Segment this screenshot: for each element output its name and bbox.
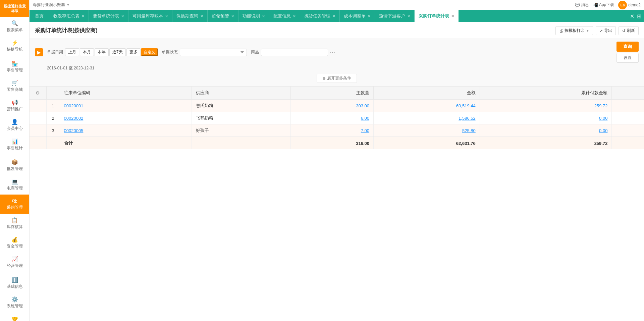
tab-home[interactable]: 首页: [30, 10, 49, 22]
filter-date-item: 单据日期 上月 本月 本年 近7天 更多 自定义: [47, 48, 158, 56]
export-icon: ↗: [599, 29, 603, 33]
tab-close-icon[interactable]: ✕: [82, 14, 85, 18]
row-code-link[interactable]: 00020005: [64, 128, 84, 133]
tab-close-icon[interactable]: ✕: [121, 14, 124, 18]
row-amount-link[interactable]: 525.80: [462, 128, 476, 133]
row-quantity-link[interactable]: 303.00: [356, 103, 369, 108]
tab-close-icon[interactable]: ✕: [231, 14, 234, 18]
sidebar-item-inventory[interactable]: 📋 库存核算: [0, 214, 29, 233]
tab-gongneng[interactable]: 功能说明 ✕: [238, 10, 269, 22]
col-settings: ⚙: [30, 87, 46, 100]
refresh-button[interactable]: ↺ 刷新: [619, 26, 639, 35]
marketing-icon: 📢: [11, 99, 18, 106]
row-code-cell: 00020002: [60, 112, 192, 124]
sidebar-item-operations[interactable]: 📈 经营管理: [0, 253, 29, 272]
sidebar-item-member[interactable]: 👤 会员中心: [0, 115, 29, 135]
date-btn-last-month[interactable]: 上月: [65, 48, 79, 56]
sidebar-item-marketing[interactable]: 📢 营销推广: [0, 96, 29, 115]
app-download-button[interactable]: 📲 App下载: [593, 2, 614, 8]
footer-paid: 259.72: [594, 141, 608, 146]
sidebar-item-retailshop[interactable]: 🛒 零售商城: [0, 76, 29, 96]
date-btn-more[interactable]: 更多: [126, 48, 141, 56]
goods-more-icon[interactable]: ···: [330, 49, 335, 55]
row-quantity-link[interactable]: 7.00: [361, 128, 369, 133]
row-supplier-cell: 惠氏奶粉: [192, 100, 290, 112]
tab-yaohuo[interactable]: 要货单统计表 ✕: [89, 10, 128, 22]
tab-close-icon[interactable]: ✕: [293, 14, 296, 18]
sidebar-item-basicinfo[interactable]: ℹ️ 基础信息: [0, 273, 29, 293]
sidebar-item-quicknav[interactable]: ⚡ 快捷导航: [0, 36, 29, 56]
sidebar-item-label: 资金管理: [7, 244, 23, 249]
search-icon: 🔍: [11, 20, 18, 26]
row-settings-cell: [30, 100, 46, 112]
export-button[interactable]: ↗ 导出: [596, 26, 616, 35]
table-body: 1 00020001 惠氏奶粉 303.00 60,519.44 259.72 …: [30, 100, 644, 137]
sidebar-item-search[interactable]: 🔍 搜索菜单: [0, 17, 29, 36]
sidebar-item-retail[interactable]: 🏪 零售管理: [0, 57, 29, 76]
status-select-wrapper: [180, 49, 247, 56]
tab-close-icon[interactable]: ✕: [200, 14, 203, 18]
date-custom-btn[interactable]: 自定义: [141, 48, 158, 56]
message-button[interactable]: 💬 消息: [575, 2, 589, 8]
col-settings-icon[interactable]: ⚙: [36, 90, 40, 96]
filter-row-1: ▶ 单据日期 上月 本月 本年 近7天 更多 自定义 单据状态: [35, 42, 639, 63]
data-table: ⚙ 往来单位编码 供应商 主数量 金额: [30, 87, 644, 149]
expand-filter-button[interactable]: ⊕ 展开更多条件: [317, 74, 357, 83]
tab-baozhi[interactable]: 保质期查询 ✕: [172, 10, 208, 22]
tab-close-icon[interactable]: ✕: [368, 14, 371, 18]
tab-close-icon[interactable]: ✕: [451, 14, 454, 18]
sidebar-item-retailstat[interactable]: 📊 零售统计: [0, 135, 29, 154]
query-button[interactable]: 查询: [616, 42, 639, 52]
tab-close-all-icon[interactable]: ✕: [630, 13, 634, 19]
tab-keyong[interactable]: 可用量库存账本 ✕: [128, 10, 172, 22]
workspace-selector[interactable]: 母婴行业演示账套 ▼: [33, 2, 572, 8]
row-extra-cell: [612, 100, 644, 112]
row-paid-link[interactable]: 0.00: [599, 116, 607, 121]
row-amount-link[interactable]: 60,519.44: [456, 103, 476, 108]
date-btn-7days[interactable]: 近7天: [109, 48, 126, 56]
tabbar: 首页 收发存汇总表 ✕ 要货单统计表 ✕ 可用量库存账本 ✕ 保质期查询 ✕ 超…: [30, 10, 644, 22]
filter-toggle-button[interactable]: ▶: [35, 48, 43, 56]
tab-baozhi-label: 保质期查询: [176, 13, 198, 19]
message-label: 消息: [581, 2, 589, 8]
user-menu[interactable]: Ea demo2: [618, 1, 641, 9]
tab-close-icon[interactable]: ✕: [332, 14, 335, 18]
row-quantity-cell: 7.00: [290, 124, 374, 137]
sidebar-item-purchase[interactable]: 🛍 采购管理: [0, 195, 29, 214]
date-btn-this-month[interactable]: 本月: [80, 48, 94, 56]
tab-close-icon[interactable]: ✕: [165, 14, 168, 18]
filter-status-item: 单据状态: [162, 49, 247, 56]
data-table-container: ⚙ 往来单位编码 供应商 主数量 金额: [30, 87, 644, 321]
tab-close-icon[interactable]: ✕: [262, 14, 265, 18]
date-quick-buttons: 上月 本月 本年 近7天 更多 自定义: [65, 48, 158, 56]
row-supplier-cell: 飞鹤奶粉: [192, 112, 290, 124]
status-select[interactable]: [180, 49, 247, 56]
tab-expand-icon[interactable]: ⊞: [637, 13, 641, 19]
row-paid-link[interactable]: 0.00: [599, 128, 607, 133]
row-code-link[interactable]: 00020001: [64, 103, 84, 108]
sidebar-item-enterprise[interactable]: 🤝 企业协同: [0, 312, 29, 321]
date-btn-this-year[interactable]: 本年: [95, 48, 109, 56]
row-quantity-link[interactable]: 6.00: [361, 116, 369, 121]
tab-peihuorenwu[interactable]: 拣货任务管理 ✕: [300, 10, 340, 22]
tab-close-icon[interactable]: ✕: [407, 14, 410, 18]
sidebar-item-finance[interactable]: 💰 资金管理: [0, 233, 29, 253]
filter-goods-item: 商品 ···: [251, 49, 335, 56]
message-icon: 💬: [575, 3, 580, 7]
sidebar-item-ecommerce[interactable]: 💻 电商管理: [0, 175, 29, 195]
sidebar-item-system[interactable]: ⚙️ 系统管理: [0, 293, 29, 312]
tab-peizhixinxi[interactable]: 配置信息 ✕: [269, 10, 300, 22]
goods-input[interactable]: [261, 49, 328, 56]
tab-chengbentiaozheng[interactable]: 成本调整单 ✕: [340, 10, 375, 22]
sidebar-item-wholesale[interactable]: 📦 批发管理: [0, 156, 29, 175]
tab-yaoqingxiayou[interactable]: 邀请下游客户 ✕: [375, 10, 415, 22]
tab-shoufahuihui[interactable]: 收发存汇总表 ✕: [49, 10, 89, 22]
row-paid-link[interactable]: 259.72: [594, 103, 608, 108]
settings-button[interactable]: 设置: [616, 53, 639, 63]
row-code-link[interactable]: 00020002: [64, 116, 84, 121]
row-amount-link[interactable]: 1,586.52: [459, 116, 476, 121]
tab-caigoudingjiantongji[interactable]: 采购订单统计表 ✕: [415, 10, 459, 22]
export-label: 导出: [604, 28, 612, 34]
print-button[interactable]: 🖨 按模板打印 ▼: [555, 26, 593, 35]
tab-chaochuyujin[interactable]: 超储预警 ✕: [208, 10, 238, 22]
